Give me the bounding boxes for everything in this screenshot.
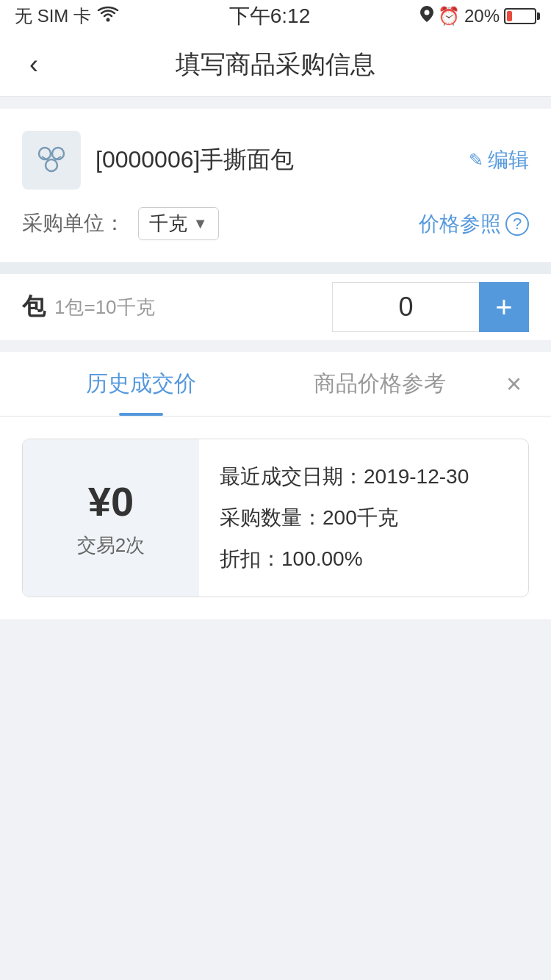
svg-point-4 (46, 159, 57, 171)
status-time: 下午6:12 (229, 2, 311, 30)
product-unit-row: 采购单位： 千克 ▼ 价格参照 ? (22, 207, 529, 240)
history-discount: 折扣：100.00% (220, 544, 508, 574)
history-left: ¥0 交易2次 (23, 439, 199, 597)
svg-point-0 (107, 18, 110, 22)
battery-percent: 20% (464, 6, 500, 26)
quantity-label: 包 1包=10千克 (22, 291, 155, 323)
help-icon: ? (505, 212, 529, 236)
history-date-value: 2019-12-30 (364, 465, 469, 488)
status-right: ⏰ 20% (420, 6, 536, 26)
tab-section: 历史成交价 商品价格参考 × ¥0 交易2次 最近成交日期：2019-12-30… (0, 352, 551, 619)
history-discount-label: 折扣： (220, 547, 281, 570)
alarm-icon: ⏰ (438, 6, 460, 26)
quantity-input-display[interactable]: 0 (332, 282, 479, 332)
status-bar: 无 SIM 卡 下午6:12 ⏰ 20% (0, 0, 551, 32)
history-trades: 交易2次 (77, 533, 145, 558)
unit-value: 千克 (149, 211, 187, 237)
quantity-control: 0 + (332, 282, 529, 332)
nav-bar: ‹ 填写商品采购信息 (0, 32, 551, 97)
product-section: [0000006]手撕面包 ✎ 编辑 采购单位： 千克 ▼ 价格参照 ? (0, 109, 551, 262)
svg-point-1 (424, 10, 429, 15)
history-quantity: 采购数量：200千克 (220, 502, 508, 533)
product-left: [0000006]手撕面包 (22, 131, 294, 190)
quantity-plus-button[interactable]: + (479, 282, 529, 332)
edit-icon: ✎ (469, 150, 483, 170)
product-header: [0000006]手撕面包 ✎ 编辑 (22, 131, 529, 190)
history-discount-value: 100.00% (281, 547, 363, 570)
divider-1 (0, 262, 551, 274)
history-quantity-label: 采购数量： (220, 506, 323, 529)
tab-price-ref[interactable]: 商品价格参考 (260, 352, 498, 416)
history-card: ¥0 交易2次 最近成交日期：2019-12-30 采购数量：200千克 折扣：… (22, 439, 529, 597)
battery-icon (504, 8, 536, 24)
edit-label: 编辑 (488, 146, 529, 174)
history-price: ¥0 (88, 478, 134, 525)
price-ref-button[interactable]: 价格参照 ? (419, 210, 529, 238)
tab-close-button[interactable]: × (499, 361, 529, 407)
quantity-unit-badge: 包 (22, 291, 46, 323)
back-button[interactable]: ‹ (22, 42, 46, 87)
carrier-text: 无 SIM 卡 (15, 4, 91, 28)
unit-select[interactable]: 千克 ▼ (138, 207, 219, 240)
tab-bar: 历史成交价 商品价格参考 × (0, 352, 551, 417)
product-logo (22, 131, 81, 190)
quantity-unit-desc: 1包=10千克 (54, 295, 155, 320)
tab-price-ref-label: 商品价格参考 (314, 369, 446, 399)
quantity-section: 包 1包=10千克 0 + (0, 274, 551, 340)
tab-history-label: 历史成交价 (86, 369, 196, 399)
unit-row-left: 采购单位： 千克 ▼ (22, 207, 219, 240)
history-quantity-value: 200千克 (323, 506, 398, 529)
history-date-label: 最近成交日期： (220, 465, 364, 488)
unit-arrow-icon: ▼ (193, 215, 208, 232)
wifi-icon (97, 6, 119, 26)
tab-history[interactable]: 历史成交价 (22, 352, 260, 416)
history-content: ¥0 交易2次 最近成交日期：2019-12-30 采购数量：200千克 折扣：… (0, 417, 551, 619)
location-icon (420, 6, 433, 26)
price-ref-label: 价格参照 (419, 210, 501, 238)
history-date: 最近成交日期：2019-12-30 (220, 461, 508, 492)
status-left: 无 SIM 卡 (15, 4, 119, 28)
product-name: [0000006]手撕面包 (96, 144, 294, 176)
edit-button[interactable]: ✎ 编辑 (469, 146, 529, 174)
page-title: 填写商品采购信息 (176, 48, 375, 82)
history-right: 最近成交日期：2019-12-30 采购数量：200千克 折扣：100.00% (199, 439, 528, 597)
unit-label: 采购单位： (22, 212, 125, 234)
